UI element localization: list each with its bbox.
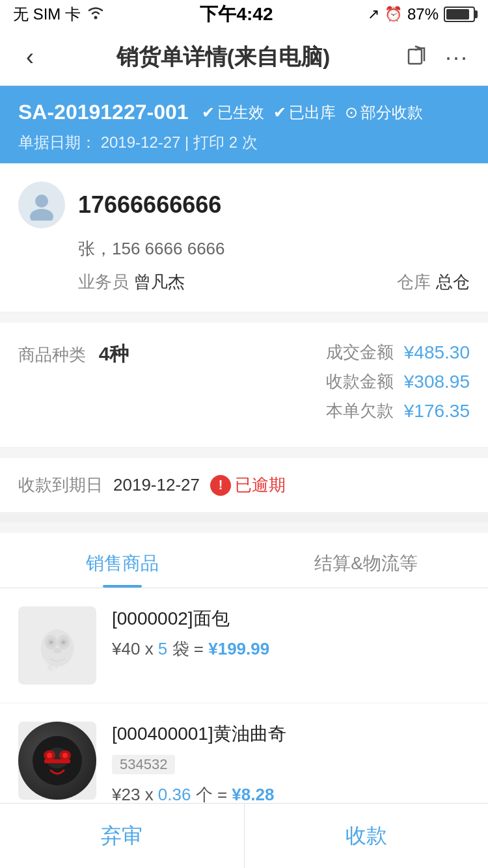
status-badge-effective: ✔ 已生效 bbox=[202, 102, 264, 123]
share-icon[interactable] bbox=[406, 43, 429, 72]
divider-gray bbox=[0, 512, 488, 522]
product-tag-2: 534532 bbox=[112, 755, 175, 774]
product-qty-2: 0.36 bbox=[158, 785, 191, 804]
character-icon bbox=[31, 735, 83, 787]
status-bar: 无 SIM 卡 下午4:42 ↗ ⏰ 87% bbox=[0, 0, 488, 29]
location-icon: ↗ bbox=[368, 6, 379, 23]
status-badge-partial: ⊙ 部分收款 bbox=[345, 102, 423, 123]
overdue-badge: ! 已逾期 bbox=[210, 474, 286, 496]
overdue-icon: ! bbox=[210, 475, 231, 496]
check-icon-1: ✔ bbox=[202, 103, 215, 122]
alarm-icon: ⏰ bbox=[385, 6, 402, 23]
order-date: 2019-12-27 bbox=[101, 133, 181, 151]
product-price-1: ¥40 x 5 袋 = ¥199.99 bbox=[112, 638, 470, 660]
svg-point-11 bbox=[53, 648, 62, 653]
product-item-1: 鱼+ [0000002]面包 ¥40 x 5 袋 = ¥199.99 bbox=[0, 588, 488, 703]
check-icon-2: ✔ bbox=[273, 103, 286, 122]
product-name-2: [000400001]黄油曲奇 bbox=[112, 722, 470, 746]
salesperson-label: 业务员 bbox=[78, 271, 129, 293]
svg-point-18 bbox=[62, 753, 68, 758]
svg-rect-19 bbox=[44, 759, 70, 763]
bottom-bar: 弃审 收款 bbox=[0, 803, 488, 868]
product-type-label: 商品种类 bbox=[18, 345, 86, 364]
cancel-review-button[interactable]: 弃审 bbox=[0, 804, 245, 868]
received-value: ¥308.95 bbox=[404, 372, 470, 392]
svg-point-2 bbox=[35, 195, 48, 208]
due-date-section: 收款到期日 2019-12-27 ! 已逾期 bbox=[0, 458, 488, 512]
status-left: 无 SIM 卡 bbox=[13, 4, 105, 25]
order-badges: ✔ 已生效 ✔ 已出库 ⊙ 部分收款 bbox=[202, 102, 423, 123]
deal-amount-label: 成交金额 bbox=[326, 341, 394, 364]
received-label: 收款金额 bbox=[326, 370, 394, 393]
date-label: 单据日期： bbox=[18, 133, 96, 151]
tab-sales-products[interactable]: 销售商品 bbox=[0, 533, 244, 588]
owed-label: 本单欠款 bbox=[326, 400, 394, 422]
header-banner: SA-20191227-001 ✔ 已生效 ✔ 已出库 ⊙ 部分收款 单据日期：… bbox=[0, 86, 488, 163]
due-date-value: 2019-12-27 bbox=[113, 475, 200, 495]
tabs-section: 销售商品 结算&物流等 bbox=[0, 533, 488, 588]
svg-rect-1 bbox=[409, 49, 422, 64]
divider-1 bbox=[0, 312, 488, 312]
customer-name: 张，156 6666 6666 bbox=[78, 237, 470, 260]
amounts: 成交金额 ¥485.30 收款金额 ¥308.95 本单欠款 ¥176.35 bbox=[326, 341, 470, 429]
status-time: 下午4:42 bbox=[200, 2, 273, 27]
svg-point-9 bbox=[49, 641, 53, 644]
collect-payment-button[interactable]: 收款 bbox=[245, 804, 489, 868]
nav-actions: ··· bbox=[406, 43, 468, 72]
product-image-2 bbox=[18, 722, 96, 800]
back-button[interactable]: ‹ bbox=[20, 37, 40, 77]
product-thumb-2 bbox=[18, 722, 96, 800]
divider-2 bbox=[0, 447, 488, 448]
product-thumb-1: 鱼+ bbox=[18, 606, 96, 685]
warehouse-value: 总仓 bbox=[436, 271, 470, 293]
status-right: ↗ ⏰ 87% bbox=[368, 5, 475, 23]
page-title: 销货单详情(来自电脑) bbox=[116, 42, 331, 72]
carrier-text: 无 SIM 卡 bbox=[13, 4, 81, 25]
tab-settlement[interactable]: 结算&物流等 bbox=[244, 533, 488, 588]
customer-phone: 17666666666 bbox=[78, 191, 221, 219]
product-type-value: 4种 bbox=[99, 343, 129, 364]
order-id: SA-20191227-001 bbox=[18, 100, 189, 124]
wifi-icon bbox=[86, 5, 105, 23]
clock-icon: ⊙ bbox=[345, 103, 358, 122]
svg-point-3 bbox=[30, 209, 53, 221]
avatar bbox=[18, 182, 65, 228]
svg-point-0 bbox=[94, 16, 98, 20]
product-qty-1: 5 bbox=[158, 639, 167, 658]
product-info-2: [000400001]黄油曲奇 534532 ¥23 x 0.36 个 = ¥8… bbox=[112, 722, 470, 806]
due-label: 收款到期日 bbox=[18, 474, 103, 496]
battery-icon bbox=[444, 7, 475, 22]
product-info-1: [0000002]面包 ¥40 x 5 袋 = ¥199.99 bbox=[112, 606, 470, 660]
product-total-1: ¥199.99 bbox=[208, 639, 269, 658]
deal-amount-value: ¥485.30 bbox=[404, 342, 470, 363]
customer-info-row: 业务员 曾凡杰 仓库 总仓 bbox=[78, 271, 470, 293]
svg-text:鱼+: 鱼+ bbox=[47, 664, 59, 671]
owed-value: ¥176.35 bbox=[404, 401, 470, 422]
overdue-text: 已逾期 bbox=[235, 474, 286, 496]
product-type: 商品种类 4种 bbox=[18, 341, 129, 368]
owl-icon: 鱼+ bbox=[31, 619, 83, 671]
status-badge-shipped: ✔ 已出库 bbox=[273, 102, 336, 123]
print-info: | 打印 2 次 bbox=[185, 133, 258, 151]
summary-section: 商品种类 4种 成交金额 ¥485.30 收款金额 ¥308.95 本单欠款 ¥… bbox=[0, 323, 488, 447]
salesperson-value: 曾凡杰 bbox=[134, 271, 185, 293]
products-section: 鱼+ [0000002]面包 ¥40 x 5 袋 = ¥199.99 bbox=[0, 588, 488, 825]
svg-point-17 bbox=[47, 753, 52, 758]
tabs-row: 销售商品 结算&物流等 bbox=[0, 533, 488, 588]
svg-point-10 bbox=[62, 641, 65, 644]
customer-section: 17666666666 张，156 6666 6666 业务员 曾凡杰 仓库 总… bbox=[0, 163, 488, 312]
product-total-2: ¥8.28 bbox=[232, 785, 274, 804]
battery-percent: 87% bbox=[407, 5, 439, 23]
more-icon[interactable]: ··· bbox=[445, 44, 468, 71]
warehouse-label: 仓库 bbox=[397, 271, 431, 293]
nav-bar: ‹ 销货单详情(来自电脑) ··· bbox=[0, 29, 488, 86]
order-date-row: 单据日期： 2019-12-27 | 打印 2 次 bbox=[18, 132, 470, 153]
product-name-1: [0000002]面包 bbox=[112, 606, 470, 631]
